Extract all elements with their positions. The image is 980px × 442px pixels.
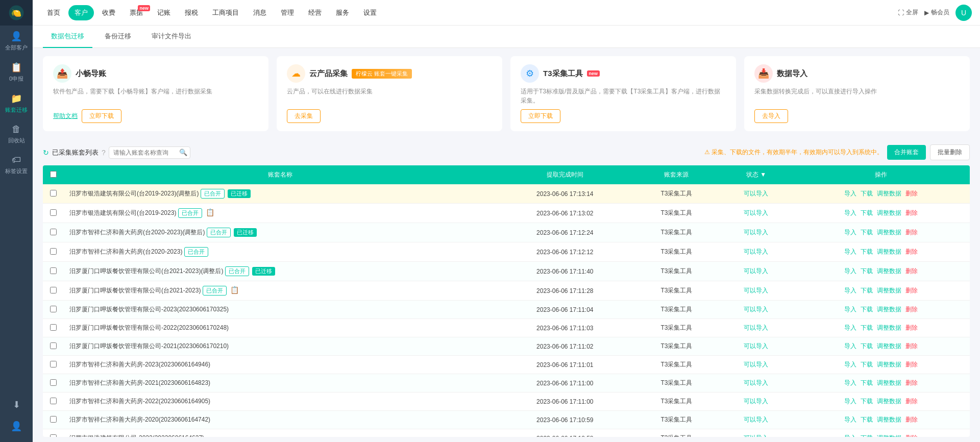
nav-invoice[interactable]: 票据 new [124, 5, 149, 20]
row-checkbox[interactable] [50, 416, 57, 423]
row-extra-icon[interactable]: 📋 [206, 208, 214, 216]
search-button[interactable]: 🔍 [179, 149, 187, 156]
action-调整数据[interactable]: 调整数据 [877, 248, 901, 255]
action-下载[interactable]: 下载 [861, 190, 873, 197]
action-删除[interactable]: 删除 [905, 434, 918, 437]
action-删除[interactable]: 删除 [905, 379, 918, 386]
action-导入[interactable]: 导入 [844, 306, 856, 313]
sidebar-item-account-migration[interactable]: 📁 账套迁移 [0, 88, 33, 119]
row-checkbox[interactable] [50, 342, 57, 349]
fullscreen-btn[interactable]: ⛶ 全屏 [898, 8, 918, 17]
card-link-help[interactable]: 帮助文档 [53, 112, 78, 120]
action-调整数据[interactable]: 调整数据 [877, 229, 901, 236]
row-checkbox[interactable] [50, 287, 57, 293]
action-下载[interactable]: 下载 [861, 267, 873, 275]
sidebar-item-trash[interactable]: 🗑 回收站 [0, 119, 33, 150]
action-下载[interactable]: 下载 [861, 209, 873, 216]
sidebar-item-user-bottom[interactable]: 👤 [0, 415, 33, 437]
action-导入[interactable]: 导入 [844, 416, 856, 423]
action-导入[interactable]: 导入 [844, 190, 856, 197]
help-icon[interactable]: ? [102, 149, 106, 157]
action-调整数据[interactable]: 调整数据 [877, 342, 901, 350]
action-下载[interactable]: 下载 [861, 248, 873, 255]
action-导入[interactable]: 导入 [844, 248, 856, 255]
action-调整数据[interactable]: 调整数据 [877, 361, 901, 368]
nav-operation[interactable]: 经营 [302, 5, 328, 20]
action-删除[interactable]: 删除 [905, 324, 918, 331]
nav-billing[interactable]: 收费 [96, 5, 121, 20]
tab-backup-migration[interactable]: 备份迁移 [96, 26, 139, 48]
tab-audit-export[interactable]: 审计文件导出 [143, 26, 200, 48]
action-删除[interactable]: 删除 [905, 267, 918, 275]
card-btn-download-t3[interactable]: 立即下载 [521, 109, 560, 123]
sidebar-item-zero-report[interactable]: 📋 0申报 [0, 57, 33, 88]
action-下载[interactable]: 下载 [861, 361, 873, 368]
sidebar-item-all-clients[interactable]: 👤 全部客户 [0, 26, 33, 57]
nav-business[interactable]: 工商项目 [206, 5, 245, 20]
action-删除[interactable]: 删除 [905, 306, 918, 313]
action-调整数据[interactable]: 调整数据 [877, 379, 901, 386]
action-下载[interactable]: 下载 [861, 398, 873, 405]
action-删除[interactable]: 删除 [905, 190, 918, 197]
card-btn-import[interactable]: 去导入 [754, 109, 788, 123]
nav-tax[interactable]: 报税 [179, 5, 204, 20]
refresh-icon[interactable]: ↻ [43, 149, 49, 157]
row-checkbox[interactable] [50, 361, 57, 367]
action-删除[interactable]: 删除 [905, 416, 918, 423]
action-下载[interactable]: 下载 [861, 229, 873, 236]
action-调整数据[interactable]: 调整数据 [877, 324, 901, 331]
sidebar-item-download[interactable]: ⬇ [0, 394, 33, 415]
action-调整数据[interactable]: 调整数据 [877, 267, 901, 275]
nav-clients[interactable]: 客户 [68, 5, 94, 20]
card-btn-collect[interactable]: 去采集 [287, 109, 321, 123]
action-导入[interactable]: 导入 [844, 267, 856, 275]
action-调整数据[interactable]: 调整数据 [877, 416, 901, 423]
merge-btn[interactable]: 合并账套 [887, 145, 926, 160]
nav-message[interactable]: 消息 [247, 5, 273, 20]
action-导入[interactable]: 导入 [844, 379, 856, 386]
select-all-checkbox[interactable] [50, 171, 57, 178]
action-下载[interactable]: 下载 [861, 379, 873, 386]
action-删除[interactable]: 删除 [905, 398, 918, 405]
row-checkbox[interactable] [50, 190, 57, 197]
row-checkbox[interactable] [50, 434, 57, 437]
action-导入[interactable]: 导入 [844, 361, 856, 368]
row-checkbox[interactable] [50, 379, 57, 386]
row-checkbox[interactable] [50, 248, 57, 255]
action-调整数据[interactable]: 调整数据 [877, 398, 901, 405]
row-checkbox[interactable] [50, 398, 57, 404]
card-btn-download-xiaochange[interactable]: 立即下载 [82, 109, 121, 123]
batch-delete-btn[interactable]: 批量删除 [930, 144, 970, 160]
user-avatar[interactable]: U [955, 5, 972, 21]
action-下载[interactable]: 下载 [861, 434, 873, 437]
row-extra-icon[interactable]: 📋 [230, 286, 239, 294]
row-checkbox[interactable] [50, 209, 57, 216]
action-调整数据[interactable]: 调整数据 [877, 434, 901, 437]
action-调整数据[interactable]: 调整数据 [877, 287, 901, 294]
nav-settings[interactable]: 设置 [357, 5, 383, 20]
action-下载[interactable]: 下载 [861, 342, 873, 350]
row-checkbox[interactable] [50, 306, 57, 312]
action-导入[interactable]: 导入 [844, 434, 856, 437]
action-删除[interactable]: 删除 [905, 229, 918, 236]
nav-home[interactable]: 首页 [41, 5, 66, 20]
row-checkbox[interactable] [50, 324, 57, 331]
action-导入[interactable]: 导入 [844, 287, 856, 294]
nav-service[interactable]: 服务 [330, 5, 355, 20]
sidebar-item-label-settings[interactable]: 🏷 标签设置 [0, 150, 33, 180]
action-导入[interactable]: 导入 [844, 324, 856, 331]
action-下载[interactable]: 下载 [861, 416, 873, 423]
action-调整数据[interactable]: 调整数据 [877, 190, 901, 197]
row-checkbox[interactable] [50, 229, 57, 235]
action-删除[interactable]: 删除 [905, 342, 918, 350]
action-删除[interactable]: 删除 [905, 248, 918, 255]
action-删除[interactable]: 删除 [905, 209, 918, 216]
row-checkbox[interactable] [50, 267, 57, 274]
action-下载[interactable]: 下载 [861, 287, 873, 294]
action-导入[interactable]: 导入 [844, 342, 856, 350]
nav-management[interactable]: 管理 [275, 5, 300, 20]
tab-data-migration[interactable]: 数据包迁移 [43, 26, 92, 48]
action-调整数据[interactable]: 调整数据 [877, 209, 901, 216]
action-调整数据[interactable]: 调整数据 [877, 306, 901, 313]
search-input[interactable] [109, 146, 190, 159]
